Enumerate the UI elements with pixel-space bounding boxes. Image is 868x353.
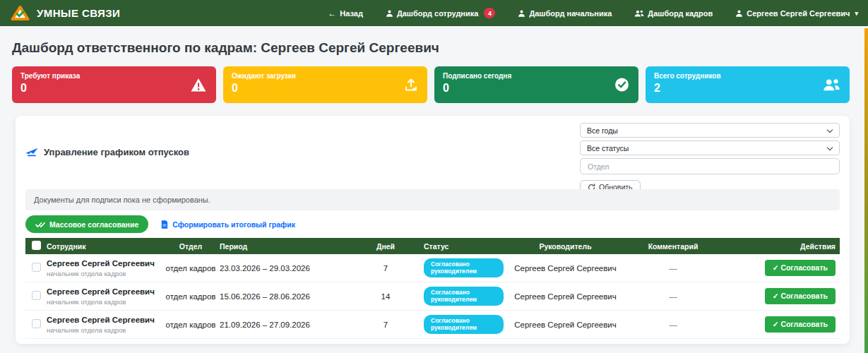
upload-icon bbox=[404, 78, 418, 92]
days-cell: 7 bbox=[357, 254, 414, 282]
vacation-management-panel: Все годы Все статусы Обновить Управление… bbox=[16, 116, 850, 344]
bulk-approve-button[interactable]: Массовое согласование bbox=[25, 215, 148, 233]
table-actions-row: Массовое согласование Сформировать итого… bbox=[25, 215, 295, 233]
col-header-department: Отдел bbox=[162, 238, 220, 254]
employee-name: Сергеев Сергей Сергеевич bbox=[47, 287, 162, 296]
col-header-manager: Руководитель bbox=[504, 238, 627, 254]
manager-cell: Сергеев Сергей Сергеевич bbox=[504, 282, 627, 311]
check-icon: ✓ bbox=[773, 263, 779, 272]
nav-employee-dashboard[interactable]: Дашборд сотрудника 4 bbox=[386, 8, 496, 18]
top-navbar: УМНЫЕ СВЯЗИ ← Назад Дашборд сотрудника 4… bbox=[0, 0, 868, 26]
documents-notice: Документы для подписи пока не сформирова… bbox=[25, 189, 840, 210]
department-cell: отдел кадров bbox=[162, 311, 220, 339]
employee-name: Сергеев Сергей Сергеевич bbox=[47, 316, 162, 324]
nav-user-menu[interactable]: Сергеев Сергей Сергеевич ▾ bbox=[735, 9, 858, 18]
nav-back-link[interactable]: ← Назад bbox=[328, 9, 363, 18]
table-row: Сергеев Сергей Сергеевич начальник отдел… bbox=[25, 282, 840, 311]
row-checkbox[interactable] bbox=[32, 291, 41, 300]
nav-hr-dashboard[interactable]: Дашборд кадров bbox=[634, 9, 713, 18]
department-cell: отдел кадров bbox=[162, 254, 220, 282]
employee-name: Сергеев Сергей Сергеевич bbox=[47, 259, 162, 268]
plane-icon bbox=[25, 147, 38, 157]
status-badge: Согласовано руководителем bbox=[424, 315, 504, 334]
col-header-status: Статус bbox=[414, 238, 504, 254]
table-row: Сергеев Сергей Сергеевич начальник отдел… bbox=[25, 311, 840, 339]
comment-cell: — bbox=[627, 282, 719, 311]
logo-triangle-check-icon bbox=[11, 5, 30, 21]
stat-card-orders-required: Требуют приказа 0 bbox=[12, 66, 216, 103]
file-icon bbox=[161, 220, 168, 229]
approve-button[interactable]: ✓ Согласовать bbox=[765, 260, 836, 276]
table-row: Сергеев Сергей Сергеевич начальник отдел… bbox=[25, 254, 840, 282]
row-checkbox[interactable] bbox=[32, 263, 41, 272]
col-header-employee: Сотрудник bbox=[47, 238, 162, 254]
people-icon bbox=[823, 78, 840, 92]
people-icon bbox=[634, 9, 644, 18]
comment-cell: — bbox=[627, 311, 719, 339]
check-circle-icon bbox=[614, 78, 629, 92]
arrow-left-icon: ← bbox=[328, 9, 336, 18]
brand-name: УМНЫЕ СВЯЗИ bbox=[37, 7, 120, 19]
row-checkbox[interactable] bbox=[32, 319, 41, 328]
col-header-actions: Действия bbox=[719, 238, 840, 254]
status-select[interactable]: Все статусы bbox=[580, 140, 840, 155]
filters-block: Все годы Все статусы Обновить bbox=[580, 123, 840, 195]
page-title: Дашборд ответственного по кадрам: Сергее… bbox=[12, 40, 868, 56]
col-header-days: Дней bbox=[357, 238, 414, 254]
employee-position: начальник отдела кадров bbox=[47, 270, 162, 277]
days-cell: 7 bbox=[357, 311, 414, 339]
chevron-down-icon: ▾ bbox=[855, 10, 858, 17]
period-cell: 15.06.2026 – 28.06.2026 bbox=[220, 282, 357, 311]
manager-cell: Сергеев Сергей Сергеевич bbox=[504, 254, 627, 282]
employee-position: начальник отдела кадров bbox=[47, 326, 162, 334]
nav-manager-dashboard[interactable]: Дашборд начальника bbox=[518, 9, 612, 18]
stat-cards-row: Требуют приказа 0 Ожидают загрузки 0 Под… bbox=[12, 66, 850, 103]
period-cell: 21.09.2026 – 27.09.2026 bbox=[220, 311, 357, 339]
accent-gradient-stripe bbox=[864, 28, 868, 353]
stat-card-total-employees: Всего сотрудников 2 bbox=[646, 66, 850, 103]
year-select[interactable]: Все годы bbox=[580, 123, 840, 138]
person-icon bbox=[518, 9, 525, 18]
brand-logo[interactable]: УМНЫЕ СВЯЗИ bbox=[11, 5, 120, 21]
department-input[interactable] bbox=[580, 158, 840, 174]
warning-triangle-icon bbox=[190, 78, 207, 92]
stat-card-signed-today: Подписано сегодня 0 bbox=[434, 66, 638, 103]
generate-final-schedule-link[interactable]: Сформировать итоговый график bbox=[161, 220, 295, 229]
days-cell: 14 bbox=[357, 282, 414, 311]
table-header-row: Сотрудник Отдел Период Дней Статус Руков… bbox=[25, 238, 840, 254]
panel-heading: Управление графиком отпусков bbox=[25, 147, 189, 157]
employee-position: начальник отдела кадров bbox=[47, 298, 162, 306]
col-header-comment: Комментарий bbox=[627, 238, 719, 254]
check-icon: ✓ bbox=[773, 292, 779, 300]
stat-card-awaiting-upload: Ожидают загрузки 0 bbox=[223, 66, 427, 103]
period-cell: 23.03.2026 – 29.03.2026 bbox=[220, 254, 357, 282]
check-icon: ✓ bbox=[773, 320, 779, 328]
notification-badge: 4 bbox=[484, 8, 495, 18]
select-all-checkbox[interactable] bbox=[32, 241, 41, 250]
status-badge: Согласовано руководителем bbox=[424, 287, 504, 306]
person-icon bbox=[386, 9, 393, 18]
vacation-table: Сотрудник Отдел Период Дней Статус Руков… bbox=[25, 238, 840, 339]
comment-cell: — bbox=[627, 254, 719, 282]
approve-button[interactable]: ✓ Согласовать bbox=[765, 288, 836, 304]
status-badge: Согласовано руководителем bbox=[424, 258, 504, 277]
department-cell: отдел кадров bbox=[162, 282, 220, 311]
manager-cell: Сергеев Сергей Сергеевич bbox=[504, 311, 627, 339]
navbar-links: ← Назад Дашборд сотрудника 4 Дашборд нач… bbox=[328, 8, 858, 18]
approve-button[interactable]: ✓ Согласовать bbox=[765, 316, 836, 333]
col-header-period: Период bbox=[220, 238, 357, 254]
person-icon bbox=[735, 9, 743, 18]
double-check-icon bbox=[35, 221, 45, 228]
